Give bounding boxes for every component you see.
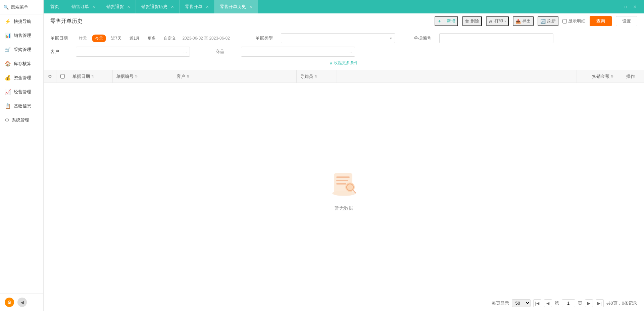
th-checkbox[interactable] <box>56 70 69 83</box>
date-yesterday-btn[interactable]: 昨天 <box>76 35 90 42</box>
tab-sales-return-history[interactable]: 销货退货历史 ✕ <box>136 0 180 13</box>
tab-sales-return-close[interactable]: ✕ <box>127 5 130 9</box>
tab-retail-open-close[interactable]: ✕ <box>206 5 209 9</box>
per-page-label: 每页显示 <box>492 300 509 306</box>
first-page-button[interactable]: |◀ <box>533 299 541 307</box>
th-amount[interactable]: 实销金额 ⇅ <box>577 70 617 83</box>
finance-icon: 💰 <box>5 75 11 81</box>
page-number-input[interactable] <box>562 299 575 307</box>
tab-sales-return[interactable]: 销货退货 ✕ <box>101 0 136 13</box>
customer-dots[interactable]: ··· <box>183 49 187 54</box>
th-order-no[interactable]: 单据编号 ⇅ <box>113 70 173 83</box>
delete-button[interactable]: 🗑 删除 <box>462 16 482 26</box>
add-button[interactable]: ＋ + 新增 <box>435 16 458 26</box>
sidebar-item-label: 经营管理 <box>14 89 31 95</box>
refresh-icon: 🔄 <box>540 19 546 24</box>
last-page-button[interactable]: ▶| <box>596 299 604 307</box>
order-no-input[interactable] <box>439 33 553 43</box>
th-order-no-label: 单据编号 <box>116 73 134 80</box>
customer-input[interactable]: ··· <box>76 47 190 57</box>
total-info: 共0页，0条记录 <box>606 300 637 306</box>
next-page-button[interactable]: ▶ <box>585 299 593 307</box>
sidebar-item-finance[interactable]: 💰 资金管理 <box>0 71 43 85</box>
sidebar-item-basic-info[interactable]: 📋 基础信息 <box>0 99 43 113</box>
order-no-label: 单据编号 <box>414 35 434 41</box>
th-amount-sort-icon: ⇅ <box>611 74 613 78</box>
filter-row-1: 单据日期 昨天 今天 近7天 近1月 更多 自定义 2023-06-02 至 2… <box>50 33 637 43</box>
query-button[interactable]: 查询 <box>590 16 612 26</box>
collapse-label: 收起更多条件 <box>334 60 358 66</box>
date-more-btn[interactable]: 更多 <box>145 35 159 42</box>
pagination: 每页显示 50 100 200 |◀ ◀ 第 页 ▶ ▶| 共0页，0条记录 <box>44 295 644 311</box>
export-button[interactable]: 📤 导出 <box>513 16 534 26</box>
sales-mgmt-icon: 📊 <box>5 33 11 39</box>
tab-retail-open[interactable]: 零售开单 ✕ <box>180 0 214 13</box>
th-date[interactable]: 单据日期 ⇅ <box>69 70 113 83</box>
main-area: 首页 销售订单 ✕ 销货退货 ✕ 销货退货历史 ✕ 零售开单 ✕ 零售开单历史 … <box>44 0 644 311</box>
setting-button[interactable]: 设置 <box>616 16 637 26</box>
export-label: 导出 <box>522 18 531 24</box>
quick-nav-icon: ⚡ <box>5 18 11 24</box>
goods-dots[interactable]: ··· <box>348 49 352 54</box>
refresh-label: 刷新 <box>547 18 556 24</box>
sidebar: 🔍 搜索菜单 ⚡ 快捷导航 📊 销售管理 🛒 采购管理 🏠 库存核算 💰 资金管… <box>0 0 44 311</box>
th-guide-label: 导购员 <box>300 73 313 80</box>
order-type-select[interactable]: ▾ <box>281 33 395 43</box>
empty-text: 暂无数据 <box>335 205 353 211</box>
tab-home[interactable]: 首页 <box>44 0 66 13</box>
th-guide[interactable]: 导购员 ⇅ <box>297 70 337 83</box>
prev-page-button[interactable]: ◀ <box>544 299 552 307</box>
print-button[interactable]: 🖨 打印 ▾ <box>486 16 509 26</box>
date-7days-btn[interactable]: 近7天 <box>108 35 125 42</box>
th-space <box>337 70 577 83</box>
settings-gear-button[interactable]: ⚙ <box>5 298 14 307</box>
date-custom-btn[interactable]: 自定义 <box>161 35 179 42</box>
display-detail-checkbox[interactable] <box>562 19 567 23</box>
th-action-label: 操作 <box>626 73 635 80</box>
date-today-btn[interactable]: 今天 <box>92 35 106 42</box>
print-label: 打印 <box>494 18 503 24</box>
sidebar-item-sales-mgmt[interactable]: 📊 销售管理 <box>0 29 43 43</box>
sidebar-item-purchase-mgmt[interactable]: 🛒 采购管理 <box>0 43 43 57</box>
date-range-text: 2023-06-02 至 2023-06-02 <box>182 36 230 41</box>
th-order-sort-icon: ⇅ <box>135 74 138 78</box>
filter-collapse-row[interactable]: ∧ 收起更多条件 <box>50 60 637 66</box>
tab-sales-return-label: 销货退货 <box>106 4 124 10</box>
goods-input[interactable]: ··· <box>241 47 355 57</box>
close-button[interactable]: ✕ <box>631 4 639 10</box>
tab-bar: 首页 销售订单 ✕ 销货退货 ✕ 销货退货历史 ✕ 零售开单 ✕ 零售开单历史 … <box>44 0 644 13</box>
print-chevron-icon: ▾ <box>504 19 506 23</box>
th-amount-label: 实销金额 <box>592 73 609 80</box>
sidebar-item-system[interactable]: ⚙ 系统管理 <box>0 113 43 127</box>
tab-sales-return-history-close[interactable]: ✕ <box>171 5 174 9</box>
svg-rect-3 <box>336 180 348 181</box>
sidebar-item-inventory[interactable]: 🏠 库存核算 <box>0 57 43 71</box>
tab-sales-order[interactable]: 销售订单 ✕ <box>66 0 101 13</box>
refresh-button[interactable]: 🔄 刷新 <box>538 16 558 26</box>
sidebar-bottom: ⚙ ◀ <box>0 293 43 311</box>
delete-label: 删除 <box>470 18 479 24</box>
minimize-button[interactable]: — <box>611 4 620 10</box>
tab-retail-open-history[interactable]: 零售开单历史 ✕ <box>214 0 258 13</box>
th-customer[interactable]: 客户 ⇅ <box>173 70 297 83</box>
per-page-select[interactable]: 50 100 200 <box>512 299 531 307</box>
th-guide-sort-icon: ⇅ <box>314 74 317 78</box>
maximize-button[interactable]: □ <box>622 4 629 10</box>
tab-sales-order-close[interactable]: ✕ <box>92 5 95 9</box>
page-label-after: 页 <box>578 300 582 306</box>
select-all-checkbox[interactable] <box>60 74 65 79</box>
sidebar-item-label: 基础信息 <box>14 103 31 109</box>
date-1month-btn[interactable]: 近1月 <box>127 35 143 42</box>
content-area: 零售开单历史 ＋ + 新增 🗑 删除 🖨 打印 ▾ 📤 导出 <box>44 13 644 311</box>
tab-retail-open-history-label: 零售开单历史 <box>220 4 246 10</box>
delete-icon: 🗑 <box>465 19 469 24</box>
sidebar-collapse-button[interactable]: ◀ <box>17 298 27 307</box>
sidebar-item-operation[interactable]: 📈 经营管理 <box>0 85 43 99</box>
sidebar-search[interactable]: 🔍 搜索菜单 <box>0 0 43 14</box>
display-detail-toggle[interactable]: 显示明细 <box>562 18 586 24</box>
th-settings[interactable]: ⚙ <box>44 70 56 83</box>
sidebar-item-quick-nav[interactable]: ⚡ 快捷导航 <box>0 14 43 29</box>
sidebar-item-label: 系统管理 <box>12 117 29 123</box>
tab-retail-open-history-close[interactable]: ✕ <box>249 5 252 9</box>
add-icon: ＋ <box>437 18 442 24</box>
